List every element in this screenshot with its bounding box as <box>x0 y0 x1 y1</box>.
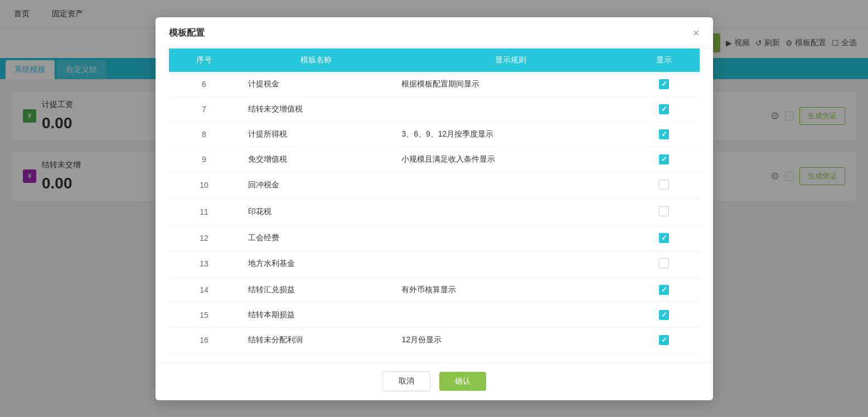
cell-seq: 13 <box>169 250 240 277</box>
cell-checkbox[interactable] <box>629 147 700 172</box>
cell-seq: 15 <box>169 302 240 327</box>
cell-rule <box>392 225 628 250</box>
cell-name: 结转本期损益 <box>239 302 392 327</box>
cell-checkbox[interactable] <box>629 327 700 352</box>
table-row: 11印花税 <box>169 198 700 225</box>
cell-seq: 10 <box>169 172 240 198</box>
table-row: 12工会经费 <box>169 225 700 250</box>
template-config-modal: 模板配置 × 序号 模板名称 显示规则 显示 6计提税金根据模板配置期间显示7结… <box>156 17 713 400</box>
cell-seq: 6 <box>169 72 240 97</box>
checkbox-15[interactable] <box>659 310 669 320</box>
cell-name: 免交增值税 <box>239 147 392 172</box>
modal-footer: 取消 确认 <box>156 362 713 400</box>
checkbox-8[interactable] <box>659 129 669 139</box>
table-row: 10回冲税金 <box>169 172 700 198</box>
col-rule: 显示规则 <box>392 49 628 72</box>
table-row: 6计提税金根据模板配置期间显示 <box>169 72 700 97</box>
table-row: 9免交增值税小规模且满足收入条件显示 <box>169 147 700 172</box>
cell-checkbox[interactable] <box>629 96 700 122</box>
checkbox-14[interactable] <box>659 285 669 295</box>
cell-rule: 3、6、9、12月按季度显示 <box>392 122 628 147</box>
cell-rule <box>392 302 628 327</box>
cell-checkbox[interactable] <box>629 277 700 302</box>
table-row: 15结转本期损益 <box>169 302 700 327</box>
cell-name: 地方水利基金 <box>239 250 392 277</box>
cell-rule: 根据模板配置期间显示 <box>392 72 628 97</box>
cell-checkbox[interactable] <box>629 250 700 277</box>
cell-rule <box>392 198 628 225</box>
table-header-row: 序号 模板名称 显示规则 显示 <box>169 49 700 72</box>
modal-body: 序号 模板名称 显示规则 显示 6计提税金根据模板配置期间显示7结转未交增值税8… <box>156 49 713 362</box>
checkbox-6[interactable] <box>659 79 669 89</box>
modal-title: 模板配置 <box>169 27 205 39</box>
cell-name: 结转未交增值税 <box>239 96 392 122</box>
cell-name: 计提所得税 <box>239 122 392 147</box>
col-name: 模板名称 <box>239 49 392 72</box>
confirm-button[interactable]: 确认 <box>439 372 486 391</box>
cell-name: 结转未分配利润 <box>239 327 392 352</box>
cell-rule <box>392 172 628 198</box>
cell-checkbox[interactable] <box>629 198 700 225</box>
cell-rule: 小规模且满足收入条件显示 <box>392 147 628 172</box>
cell-rule <box>392 250 628 277</box>
modal-overlay: 模板配置 × 序号 模板名称 显示规则 显示 6计提税金根据模板配置期间显示7结… <box>0 0 868 417</box>
checkbox-16[interactable] <box>659 335 669 345</box>
cell-seq: 16 <box>169 327 240 352</box>
cell-name: 结转汇兑损益 <box>239 277 392 302</box>
table-row: 14结转汇兑损益有外币核算显示 <box>169 277 700 302</box>
col-seq: 序号 <box>169 49 240 72</box>
checkbox-12[interactable] <box>659 233 669 243</box>
config-table: 序号 模板名称 显示规则 显示 6计提税金根据模板配置期间显示7结转未交增值税8… <box>169 49 700 353</box>
cell-checkbox[interactable] <box>629 225 700 250</box>
cell-checkbox[interactable] <box>629 172 700 198</box>
cancel-button[interactable]: 取消 <box>382 371 430 391</box>
table-row: 13地方水利基金 <box>169 250 700 277</box>
cell-checkbox[interactable] <box>629 302 700 327</box>
checkbox-13[interactable] <box>659 258 669 268</box>
cell-seq: 7 <box>169 96 240 122</box>
checkbox-10[interactable] <box>659 180 669 190</box>
checkbox-7[interactable] <box>659 104 669 114</box>
cell-name: 回冲税金 <box>239 172 392 198</box>
cell-name: 印花税 <box>239 198 392 225</box>
cell-rule: 12月份显示 <box>392 327 628 352</box>
col-display: 显示 <box>629 49 700 72</box>
cell-seq: 8 <box>169 122 240 147</box>
checkbox-9[interactable] <box>659 154 669 164</box>
cell-seq: 11 <box>169 198 240 225</box>
cell-checkbox[interactable] <box>629 72 700 97</box>
cell-rule <box>392 96 628 122</box>
cell-checkbox[interactable] <box>629 122 700 147</box>
table-row: 8计提所得税3、6、9、12月按季度显示 <box>169 122 700 147</box>
cell-seq: 14 <box>169 277 240 302</box>
checkbox-11[interactable] <box>659 206 669 216</box>
cell-rule: 有外币核算显示 <box>392 277 628 302</box>
cell-seq: 12 <box>169 225 240 250</box>
table-row: 16结转未分配利润12月份显示 <box>169 327 700 352</box>
cell-seq: 9 <box>169 147 240 172</box>
modal-close-button[interactable]: × <box>693 27 700 38</box>
modal-header: 模板配置 × <box>156 17 713 49</box>
cell-name: 工会经费 <box>239 225 392 250</box>
cell-name: 计提税金 <box>239 72 392 97</box>
table-row: 7结转未交增值税 <box>169 96 700 122</box>
